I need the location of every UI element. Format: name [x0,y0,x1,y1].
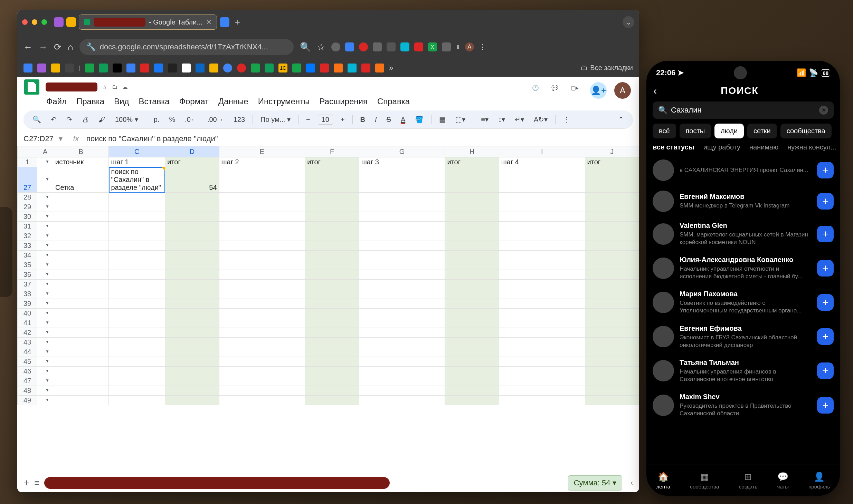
extension-icon[interactable]: X [428,42,437,51]
cell[interactable] [359,212,445,222]
extension-icon[interactable] [331,42,340,51]
tabbar-item[interactable]: 💬чаты [777,472,789,490]
bookmark-icon[interactable] [251,64,260,72]
cell[interactable] [445,376,499,386]
cell[interactable] [37,318,53,328]
reload-button[interactable]: ⟳ [54,42,61,52]
tabbar-item[interactable]: 🏠лента [656,472,670,490]
cell[interactable] [305,347,359,357]
bookmark-icon[interactable] [196,64,205,72]
filter-icon[interactable] [45,262,51,268]
row-header[interactable]: 34 [18,251,37,260]
row-header[interactable]: 35 [18,260,37,270]
add-button[interactable]: + [817,328,834,345]
cell[interactable] [359,347,445,357]
cell[interactable] [445,260,499,270]
cell[interactable] [445,251,499,260]
cell[interactable] [109,222,165,231]
minimize-window-button[interactable] [32,19,37,25]
all-bookmarks-button[interactable]: 🗀 Все закладки [580,64,633,72]
col-header[interactable]: E [219,146,305,157]
cell[interactable] [165,241,219,251]
cell[interactable]: шаг 2 [219,157,305,167]
cell[interactable] [585,270,639,280]
add-button[interactable]: + [817,226,834,242]
cell[interactable] [359,357,445,367]
result-row[interactable]: в САХАЛИНСКАЯ ЭНЕРГИЯ проект Сахалин... … [653,155,834,186]
cell[interactable] [109,212,165,222]
bookmark-icon[interactable] [375,64,384,72]
cell[interactable]: источник [53,157,109,167]
cell[interactable] [219,202,305,212]
filter-icon[interactable] [45,204,51,210]
cell[interactable] [37,347,53,357]
tabbar-item[interactable]: ⊞создать [739,472,757,490]
cell[interactable] [305,376,359,386]
cell[interactable] [53,241,109,251]
cell[interactable] [445,202,499,212]
increase-decimal-button[interactable]: .00→ [205,114,226,125]
cell[interactable] [585,193,639,202]
maximize-window-button[interactable] [41,19,47,25]
cell[interactable] [53,202,109,212]
cell[interactable] [585,231,639,241]
undo-button[interactable]: ↶ [49,114,59,125]
cell[interactable] [109,251,165,260]
cell[interactable] [359,309,445,318]
sheets-logo-icon[interactable] [24,79,39,95]
cell[interactable] [305,260,359,270]
cell[interactable] [53,231,109,241]
result-row[interactable]: Татьяна Тильман Начальник управления фин… [653,354,834,388]
cell[interactable] [109,376,165,386]
tabbar-item[interactable]: ▦сообщества [690,472,719,490]
quicksum-chip[interactable]: Сумма: 54 ▾ [568,475,622,491]
cell[interactable] [585,289,639,299]
cell[interactable] [109,260,165,270]
cell[interactable] [53,251,109,260]
filter-icon[interactable] [45,320,51,326]
cell[interactable] [219,357,305,367]
result-row[interactable]: Евгений Максимов SMM-менеджер в Telegram… [653,186,834,217]
cell[interactable] [499,260,585,270]
more-toolbar-icon[interactable]: ⋮ [561,114,572,125]
cell[interactable] [219,222,305,231]
filter-icon[interactable] [45,301,51,307]
bookmark-icon[interactable] [99,64,108,72]
cell[interactable] [37,280,53,289]
extension-icon[interactable] [442,42,451,51]
cell[interactable] [219,299,305,309]
bookmark-icon[interactable] [237,64,246,72]
cell[interactable] [305,212,359,222]
row-header[interactable]: 32 [18,231,37,241]
cell[interactable] [109,338,165,347]
cell[interactable] [359,167,445,193]
cell[interactable] [165,202,219,212]
menu-data[interactable]: Данные [218,97,248,106]
bookmark-icon[interactable] [361,64,370,72]
cell[interactable] [219,231,305,241]
cell[interactable] [219,260,305,270]
col-header[interactable]: F [305,146,359,157]
filter-icon[interactable] [45,233,51,239]
bookmark-icon[interactable] [348,64,357,72]
col-header[interactable]: G [359,146,445,157]
merge-button[interactable]: ⬚▾ [453,114,467,125]
cell[interactable] [445,241,499,251]
cell[interactable] [499,318,585,328]
cell[interactable] [305,251,359,260]
cell[interactable] [359,280,445,289]
back-button[interactable]: ← [23,42,32,52]
profile-avatar-icon[interactable]: А [465,42,474,51]
cell[interactable] [585,318,639,328]
cell[interactable] [305,193,359,202]
cell[interactable] [219,318,305,328]
cell[interactable] [219,241,305,251]
cell[interactable] [305,367,359,376]
cell[interactable]: итог [585,157,639,167]
cell[interactable] [219,212,305,222]
cell[interactable] [109,231,165,241]
cell[interactable] [305,289,359,299]
cell[interactable] [445,347,499,357]
cell[interactable] [37,328,53,338]
filter-icon[interactable] [45,223,51,230]
